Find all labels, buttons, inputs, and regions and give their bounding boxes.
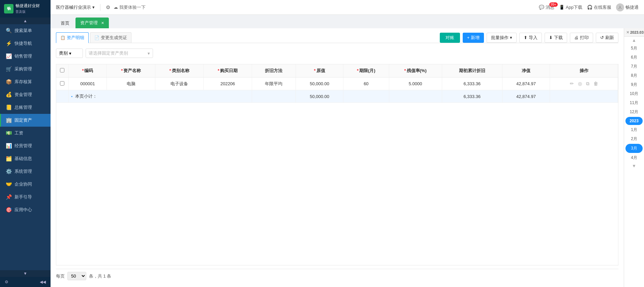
cell-checkbox[interactable] <box>56 77 68 90</box>
cell-residual-rate: 5.0000 <box>389 77 442 90</box>
month-6[interactable]: 6月 <box>624 53 644 62</box>
action-icons: ✏ ◎ ⧉ 🗑 <box>553 81 615 87</box>
user-menu[interactable]: 人 畅捷通 <box>616 3 639 11</box>
reconcile-button[interactable]: 对账 <box>440 33 460 43</box>
asset-table: *编码 *资产名称 *类别名称 *购买日期 折旧方法 *原值 *期限(月) *残… <box>56 64 618 103</box>
subtotal-empty2 <box>343 90 389 103</box>
sidebar-item-label: 总账管理 <box>14 104 32 110</box>
tabbar: 首页 资产管理 ✕ <box>51 15 644 28</box>
new-button[interactable]: + 新增 <box>463 33 484 43</box>
subtab-asset-detail[interactable]: 📋 资产明细 <box>56 32 89 43</box>
month-10[interactable]: 10月 <box>624 89 644 98</box>
select-all-checkbox[interactable] <box>60 68 64 72</box>
sidebar-item-purchase[interactable]: 🛒 采购管理 <box>0 63 51 75</box>
import-button[interactable]: ⬆ 导入 <box>519 33 542 43</box>
sidebar-scroll-down[interactable]: ▼ <box>0 270 51 277</box>
chevron-down-icon: ▾ <box>92 5 95 10</box>
month-8[interactable]: 8月 <box>624 71 644 80</box>
avatar: 人 <box>616 3 624 11</box>
sidebar-item-sales[interactable]: 📈 销售管理 <box>0 50 51 63</box>
download-icon: 📱 <box>559 5 564 10</box>
quick-nav-icon: ⚡ <box>6 40 12 46</box>
table-subtotal-row: ▪ 本页小计： 50,000.00 6,333.36 42,874.97 <box>56 90 618 103</box>
sidebar-item-label: 库存核算 <box>14 79 32 85</box>
topbar: 医疗器械行业演示 ▾ ⚙ ☁ 我要体验一下 💬 消息 99+ 📱 App下载 🎧… <box>51 0 644 15</box>
cell-period: 60 <box>343 77 389 90</box>
subtab-label: 资产明细 <box>67 35 84 41</box>
tab-close-icon[interactable]: ✕ <box>101 21 104 25</box>
sidebar-item-operations[interactable]: 📊 经营管理 <box>0 139 51 152</box>
tab-asset-management[interactable]: 资产管理 ✕ <box>75 18 109 28</box>
month-7[interactable]: 7月 <box>624 62 644 71</box>
feedback-button[interactable]: ☁ 我要体验一下 <box>114 4 146 10</box>
page-size-select[interactable]: 50 10 20 100 <box>67 272 86 280</box>
company-selector[interactable]: 医疗器械行业演示 ▾ <box>56 4 95 10</box>
cell-purchase-date: 202206 <box>204 77 252 90</box>
category-dropdown[interactable]: 请选择固定资产类别 ▾ <box>86 49 153 58</box>
sidebar-header: 畅 畅捷通好业财 普及版 <box>0 0 51 18</box>
customer-service-button[interactable]: 🎧 在线客服 <box>587 4 611 10</box>
sidebar-item-label: 搜索菜单 <box>14 28 32 34</box>
sidebar-item-ledger[interactable]: 📒 总账管理 <box>0 101 51 114</box>
delete-icon[interactable]: 🗑 <box>592 81 599 87</box>
month-9[interactable]: 9月 <box>624 80 644 89</box>
month-11[interactable]: 11月 <box>624 98 644 107</box>
month-12[interactable]: 12月 <box>624 107 644 117</box>
month-4[interactable]: 4月 <box>624 153 644 162</box>
subtotal-net: 42,874.97 <box>502 90 550 103</box>
guide-icon: 📌 <box>6 194 12 200</box>
gear-button[interactable]: ⚙ <box>106 4 110 10</box>
batch-button[interactable]: 批量操作 ▾ <box>487 33 517 43</box>
enterprise-icon: 🤝 <box>6 181 12 187</box>
settings-icon[interactable]: ⚙ <box>5 280 8 284</box>
messages-badge: 99+ <box>549 2 558 7</box>
cell-net-value: 42,874.97 <box>502 77 550 90</box>
category-type-select[interactable]: 类别 ▾ <box>56 49 83 58</box>
sidebar-item-inventory[interactable]: 📦 库存核算 <box>0 75 51 88</box>
sidebar-item-label: 快捷导航 <box>14 40 32 46</box>
sidebar-item-label: 固定资产 <box>14 117 32 123</box>
sidebar-scroll-up[interactable]: ▲ <box>0 18 51 24</box>
sidebar-item-system[interactable]: ⚙️ 系统管理 <box>0 165 51 178</box>
refresh-button[interactable]: ↺ 刷新 <box>596 33 618 43</box>
collapse-icon[interactable]: ◀◀ <box>40 280 46 284</box>
sidebar-item-fixed-assets[interactable]: 🏢 固定资产 <box>0 114 51 127</box>
copy-icon[interactable]: ⧉ <box>585 81 590 87</box>
month-5[interactable]: 5月 <box>624 44 644 53</box>
month-3-current[interactable]: 3月 <box>625 144 643 153</box>
sidebar-item-label: 新手引导 <box>14 194 32 200</box>
sales-icon: 📈 <box>6 53 12 59</box>
messages-button[interactable]: 💬 消息 99+ <box>539 4 554 10</box>
sidebar-item-search[interactable]: 🔍 搜索菜单 <box>0 24 51 37</box>
print-button[interactable]: 🖨 打印 <box>570 33 593 43</box>
download-button[interactable]: ⬇ 下载 <box>545 33 567 43</box>
col-net-value: 净值 <box>502 64 550 77</box>
sidebar-item-label: 基础信息 <box>14 156 32 162</box>
subtotal-empty1 <box>252 90 296 103</box>
sidebar-item-guide[interactable]: 📌 新手引导 <box>0 191 51 203</box>
app-download-button[interactable]: 📱 App下载 <box>559 4 582 10</box>
row-checkbox[interactable] <box>60 81 64 86</box>
inventory-icon: 📦 <box>6 79 12 85</box>
sidebar-item-app-center[interactable]: 🎯 应用中心 <box>0 203 51 216</box>
sidebar-item-quick-nav[interactable]: ⚡ 快捷导航 <box>0 37 51 50</box>
subtab-voucher-gen[interactable]: 📄 变更生成凭证 <box>90 32 131 43</box>
basic-info-icon: 🗂️ <box>6 156 12 162</box>
sidebar-item-payroll[interactable]: 💵 工资 <box>0 127 51 139</box>
tab-home[interactable]: 首页 <box>56 18 74 28</box>
sidebar-item-enterprise[interactable]: 🤝 企业协同 <box>0 178 51 191</box>
sidebar-item-label: 采购管理 <box>14 66 32 72</box>
service-icon: 🎧 <box>587 5 592 10</box>
sidebar-item-finance[interactable]: 💰 资金管理 <box>0 88 51 101</box>
month-2[interactable]: 2月 <box>624 134 644 144</box>
right-panel-close-icon[interactable]: ✕ <box>625 30 630 35</box>
right-panel-header: ✕ 2023.03 ⤢ <box>624 28 644 37</box>
year-label-2023[interactable]: 2023 <box>625 117 643 125</box>
month-1[interactable]: 1月 <box>624 125 644 134</box>
depreciate-icon[interactable]: ◎ <box>577 81 583 87</box>
sidebar-item-basic-info[interactable]: 🗂️ 基础信息 <box>0 152 51 165</box>
edit-icon[interactable]: ✏ <box>569 81 575 87</box>
right-panel-up-arrow[interactable]: ▲ <box>624 37 644 44</box>
right-panel-down-arrow[interactable]: ▼ <box>624 162 644 169</box>
subtab-label: 变更生成凭证 <box>101 35 127 41</box>
